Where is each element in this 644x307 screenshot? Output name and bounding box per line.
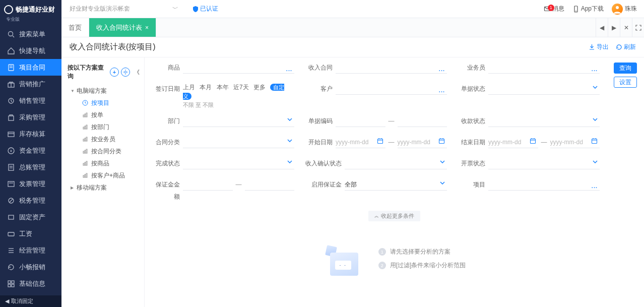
more-icon[interactable]: ··· [286, 65, 292, 77]
sidebar-item-salary[interactable]: 工资 [0, 225, 61, 242]
chevron-down-icon [593, 86, 598, 89]
tab-close-all[interactable]: ✕ [620, 18, 632, 37]
goods-input[interactable]: ··· [183, 62, 294, 74]
bag-icon [7, 113, 15, 121]
more-icon[interactable]: ··· [592, 65, 598, 77]
tabbar: 首页 收入合同统计表 × ◀ ▶ ✕ [61, 18, 644, 37]
deposit-to-input[interactable] [245, 178, 295, 191]
scheme-settings-button[interactable] [121, 68, 130, 77]
messages-button[interactable]: 消息 1 [540, 5, 568, 13]
sidebar-item-contract[interactable]: 项目合同 [0, 59, 61, 76]
more-icon[interactable]: ··· [592, 181, 598, 194]
calendar-icon[interactable] [530, 138, 536, 144]
tree-item-by-doc[interactable]: 按单 [67, 109, 144, 121]
sidebar-item-system[interactable]: 系统管理 [0, 292, 61, 295]
tab-nav-prev[interactable]: ◀ [596, 18, 608, 37]
calendar-icon[interactable] [438, 138, 445, 144]
sidebar-item-basics[interactable]: 基础信息 [0, 275, 61, 292]
sidebar-pin-toggle[interactable]: ◀ 取消固定 [0, 295, 61, 307]
startdate-to-input[interactable]: yyyy-mm-dd [398, 136, 447, 148]
invoicestatus-select[interactable] [488, 157, 600, 169]
tab-nav-next[interactable]: ▶ [608, 18, 620, 37]
docno-from-input[interactable] [336, 115, 385, 127]
sidebar-item-search[interactable]: 搜索菜单 [0, 26, 61, 42]
tree-item-by-project[interactable]: 按项目 [67, 97, 144, 109]
add-scheme-button[interactable]: + [110, 68, 119, 77]
startdate-from-input[interactable]: yyyy-mm-dd [336, 136, 385, 148]
query-button[interactable]: 查询 [614, 63, 637, 74]
deposit-from-input[interactable] [183, 178, 233, 191]
shield-icon [192, 6, 199, 12]
tab-income-contract-stats[interactable]: 收入合同统计表 × [89, 18, 156, 37]
dept-select[interactable] [183, 115, 294, 127]
label-confirmstatus: 收入确认状态 [304, 157, 345, 169]
sidebar-item-sales[interactable]: 销售管理 [0, 92, 61, 109]
tree-item-by-dept[interactable]: 按部门 [67, 121, 144, 133]
app-download-button[interactable]: App下载 [568, 5, 608, 13]
export-button[interactable]: 导出 [589, 43, 609, 51]
date-recent7[interactable]: 近7天 [233, 84, 249, 91]
enddate-from-input[interactable]: yyyy-mm-dd [488, 136, 538, 148]
sidebar-item-invoice[interactable]: 发票管理 [0, 175, 61, 192]
completestatus-select[interactable] [183, 157, 294, 169]
box-icon [7, 130, 15, 138]
sidebar-item-tax[interactable]: 税务管理 [0, 192, 61, 209]
svg-line-1 [13, 36, 14, 37]
sidebar-item-inventory[interactable]: 库存核算 [0, 126, 61, 142]
tree-item-by-contract-type[interactable]: 按合同分类 [67, 145, 144, 157]
docno-to-input[interactable] [398, 115, 447, 127]
collapse-conditions-button[interactable]: ︽ 收起更多条件 [368, 211, 420, 221]
sidebar-item-operation[interactable]: 经营管理 [0, 242, 61, 259]
tree-group-mobile[interactable]: ▶移动端方案 [67, 181, 144, 194]
sidebar-item-ledger[interactable]: 总账管理 [0, 159, 61, 175]
svg-rect-48 [83, 163, 84, 165]
sidebar-item-purchase[interactable]: 采购管理 [0, 109, 61, 126]
svg-rect-54 [377, 139, 382, 144]
action-buttons: 查询 设置 [610, 63, 637, 209]
more-icon[interactable]: ··· [439, 86, 445, 98]
sidebar-item-marketing[interactable]: 营销推广 [0, 76, 61, 92]
chart-icon [82, 124, 89, 131]
paystatus-select[interactable] [488, 115, 600, 127]
refresh-button[interactable]: 刷新 [616, 43, 636, 51]
caret-up-icon: ︽ [374, 213, 379, 219]
enabledeposit-select[interactable]: 全部 [345, 178, 447, 191]
tree-group-pc[interactable]: ▼电脑端方案 [67, 85, 144, 97]
coin-icon: ¥ [7, 147, 15, 155]
tab-home[interactable]: 首页 [61, 18, 89, 37]
tree-item-by-salesman[interactable]: 按业务员 [67, 133, 144, 145]
collapse-panel-button[interactable]: 《 [132, 68, 141, 77]
calendar-icon[interactable] [591, 138, 598, 144]
salesman-input[interactable]: ··· [488, 62, 600, 74]
svg-rect-58 [439, 139, 444, 144]
calendar-icon[interactable] [377, 138, 383, 144]
sidebar-item-quicknav[interactable]: 快捷导航 [0, 42, 61, 59]
sidebar-item-asset[interactable]: 固定资产 [0, 209, 61, 225]
label-invoicestatus: 开票状态 [457, 157, 488, 169]
tree-item-by-customer-goods[interactable]: 按客户+商品 [67, 169, 144, 181]
sidebar-item-finance[interactable]: ¥资金管理 [0, 142, 61, 159]
chevron-right-icon: ▶ [71, 186, 76, 190]
content: 按以下方案查询 + 《 ▼电脑端方案 按项目 按单 按部门 按业务员 按合同分类… [61, 57, 644, 307]
more-icon[interactable]: ··· [439, 65, 445, 77]
date-this-month[interactable]: 本月 [200, 84, 212, 91]
project-input[interactable]: ··· [488, 178, 600, 191]
settings-button[interactable]: 设置 [614, 77, 637, 88]
tree-item-by-goods[interactable]: 按商品 [67, 157, 144, 169]
date-more[interactable]: 更多 [253, 84, 266, 91]
account-selector[interactable]: 好业财专业版演示帐套 ﹀ [65, 5, 183, 13]
contracttype-select[interactable] [183, 136, 294, 148]
svg-rect-43 [85, 138, 86, 141]
date-this-year[interactable]: 本年 [217, 84, 229, 91]
user-menu[interactable]: 珠珠 [608, 4, 641, 15]
close-icon[interactable]: × [145, 24, 149, 31]
sidebar-item-expense[interactable]: 小畅报销 [0, 259, 61, 275]
fullscreen-button[interactable] [632, 18, 644, 37]
docstatus-select[interactable] [488, 83, 600, 95]
customer-input[interactable]: ··· [336, 83, 447, 95]
label-project: 项目 [457, 178, 488, 191]
confirmstatus-select[interactable] [345, 157, 447, 169]
enddate-to-input[interactable]: yyyy-mm-dd [550, 136, 600, 148]
contract-input[interactable]: ··· [336, 62, 447, 74]
date-last-month[interactable]: 上月 [183, 84, 195, 91]
